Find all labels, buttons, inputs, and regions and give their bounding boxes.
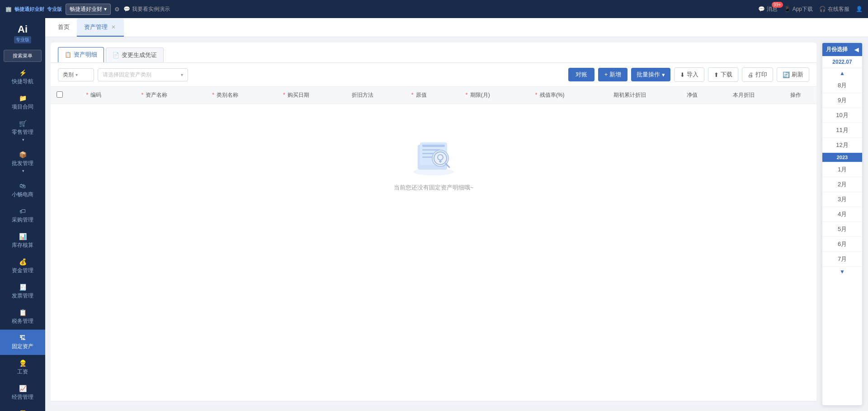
sidebar-item-label: 固定资产	[12, 343, 33, 350]
logo-ai-text: Ai	[18, 24, 28, 35]
sub-tab-bar: 📋 资产明细 📄 变更生成凭证	[51, 43, 816, 63]
logo-sub: 专业版	[14, 36, 31, 43]
company-name: 畅捷通好业财	[70, 5, 102, 13]
sidebar-item-tax[interactable]: 📋 税务管理	[0, 304, 45, 330]
user-info[interactable]: 👤	[856, 6, 863, 12]
sidebar-item-quick-nav[interactable]: ⚡ 快捷导航	[0, 65, 45, 90]
sidebar-item-payroll[interactable]: 👷 工资	[0, 355, 45, 380]
refresh-icon: 🔄	[783, 71, 790, 78]
month-panel-title: 月份选择	[826, 46, 848, 53]
month-item-4[interactable]: 4月	[822, 207, 862, 222]
th-period-depreciation: 期初累计折旧	[588, 87, 671, 104]
asset-detail-icon: 📋	[65, 52, 71, 58]
th-code: * 编码	[69, 87, 119, 104]
sub-tab-asset-detail[interactable]: 📋 资产明细	[58, 47, 104, 62]
tab-bar: 首页 资产管理 ✕	[45, 18, 868, 37]
tax-icon: 📋	[19, 309, 27, 316]
message-icon: 💬	[758, 6, 765, 12]
month-nav: ▲	[822, 68, 862, 78]
app-name: 畅捷通好业财	[14, 6, 44, 13]
print-button[interactable]: 🖨 打印	[742, 67, 773, 82]
table-header: * 编码 * 资产名称 * 类别名称	[51, 87, 816, 104]
tab-close-icon[interactable]: ✕	[110, 24, 117, 30]
page-content: 📋 资产明细 📄 变更生成凭证 类别 ▾ 请选择固定资产类别	[45, 37, 868, 411]
refresh-button[interactable]: 🔄 刷新	[777, 67, 809, 82]
download-icon: ⬆	[714, 71, 719, 78]
sidebar-item-finance[interactable]: 💰 资金管理	[0, 254, 45, 279]
app-download-button[interactable]: 📱 App下载	[784, 5, 813, 13]
sidebar-item-ledger[interactable]: 📒 总账管理	[0, 406, 45, 411]
empty-svg	[406, 131, 461, 176]
online-service-button[interactable]: 🎧 在线客服	[819, 5, 849, 13]
category-filter-select[interactable]: 类别 ▾	[58, 68, 94, 81]
content-area: 首页 资产管理 ✕ 📋 资产明细 📄 变更生成凭证	[45, 18, 868, 411]
month-panel-header: 月份选择 ◀	[822, 43, 862, 56]
month-item-10[interactable]: 10月	[822, 108, 862, 123]
sidebar-item-label: 工资	[17, 368, 28, 376]
month-item-8[interactable]: 8月	[822, 78, 862, 93]
prev-year-button[interactable]: ▲	[840, 70, 845, 76]
filter-placeholder: 请选择固定资产类别	[103, 71, 151, 79]
th-name: * 资产名称	[119, 87, 190, 104]
category-search-input[interactable]: 请选择固定资产类别 ▾	[98, 68, 188, 81]
sidebar-item-purchase[interactable]: 🏷 采购管理	[0, 203, 45, 228]
import-button[interactable]: ⬇ 导入	[674, 67, 704, 82]
sidebar-item-invoice[interactable]: 🧾 发票管理	[0, 279, 45, 304]
demo-link[interactable]: 💬 我要看实例演示	[123, 5, 170, 13]
month-item-11[interactable]: 11月	[822, 123, 862, 138]
month-item-2[interactable]: 2月	[822, 177, 862, 192]
sidebar-logo: Ai 专业版	[0, 18, 45, 47]
month-item-12[interactable]: 12月	[822, 138, 862, 153]
next-year-button[interactable]: ▼	[840, 269, 845, 275]
import-label: 导入	[687, 71, 698, 79]
voucher-icon: 📄	[113, 52, 119, 58]
home-label: 首页	[58, 23, 70, 31]
tab-label: 资产管理	[84, 23, 108, 31]
month-item-3[interactable]: 3月	[822, 192, 862, 207]
add-button[interactable]: + 新增	[598, 68, 627, 81]
download-button[interactable]: ⬆ 下载	[708, 67, 738, 82]
collapse-icon[interactable]: ◀	[854, 47, 859, 53]
th-purchase-date: * 购买日期	[261, 87, 332, 104]
month-item-9[interactable]: 9月	[822, 93, 862, 108]
month-item-1[interactable]: 1月	[822, 162, 862, 177]
current-year-badge[interactable]: 2023	[822, 153, 862, 162]
batch-operation-button[interactable]: 批量操作 ▾	[631, 68, 670, 81]
sidebar-item-inventory[interactable]: 📊 库存核算	[0, 228, 45, 254]
th-original-value: * 原值	[394, 87, 444, 104]
tab-asset-mgmt[interactable]: 资产管理 ✕	[77, 19, 124, 37]
ecommerce-icon: 🛍	[19, 182, 26, 189]
purchase-icon: 🏷	[19, 208, 26, 215]
sidebar-item-wholesale[interactable]: 📦 批发管理 ▾	[0, 146, 45, 178]
company-selector[interactable]: 畅捷通好业财 ▾	[66, 4, 111, 15]
scroll-bar-area[interactable]	[51, 401, 816, 406]
batch-label: 批量操作	[637, 71, 660, 79]
sub-tab-change-voucher[interactable]: 📄 变更生成凭证	[106, 47, 164, 62]
sidebar-item-retail[interactable]: 🛒 零售管理 ▾	[0, 115, 45, 146]
chevron-down-icon: ▾	[662, 71, 665, 78]
project-icon: 📁	[19, 94, 27, 102]
message-button[interactable]: 💬 消息 99+	[758, 5, 778, 13]
sidebar: Ai 专业版 搜索菜单 ⚡ 快捷导航 📁 项目合同 🛒 零售管理 ▾ 📦 批发管…	[0, 18, 45, 411]
tab-home[interactable]: 首页	[51, 19, 77, 37]
table-header-row: * 编码 * 资产名称 * 类别名称	[51, 87, 816, 104]
print-label: 打印	[755, 71, 767, 79]
month-item-6[interactable]: 6月	[822, 237, 862, 252]
month-item-5[interactable]: 5月	[822, 222, 862, 237]
month-item-7[interactable]: 7月	[822, 252, 862, 267]
wholesale-icon: 📦	[19, 151, 27, 158]
select-all-checkbox[interactable]	[57, 91, 63, 98]
settings-icon[interactable]: ⚙	[114, 6, 120, 13]
chevron-down-icon: ▾	[22, 169, 24, 173]
account-button[interactable]: 对账	[568, 68, 594, 81]
sidebar-item-ecommerce[interactable]: 🛍 小畅电商	[0, 178, 45, 203]
sidebar-search-button[interactable]: 搜索菜单	[4, 50, 42, 62]
retail-icon: 🛒	[19, 120, 27, 127]
sidebar-item-project[interactable]: 📁 项目合同	[0, 90, 45, 115]
message-badge: 99+	[772, 2, 783, 8]
main-layout: Ai 专业版 搜索菜单 ⚡ 快捷导航 📁 项目合同 🛒 零售管理 ▾ 📦 批发管…	[0, 18, 868, 411]
download-label: 下载	[721, 71, 732, 79]
sidebar-item-assets[interactable]: 🏗 固定资产	[0, 330, 45, 355]
sidebar-item-label: 税务管理	[12, 317, 33, 325]
sidebar-item-operations[interactable]: 📈 经营管理	[0, 380, 45, 406]
